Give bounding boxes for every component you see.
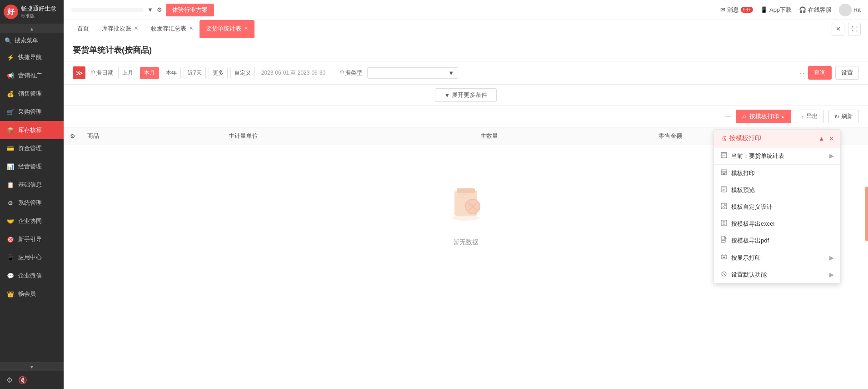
query-button[interactable]: 查询 — [808, 66, 832, 80]
promo-button[interactable]: 体验行业方案 — [166, 4, 214, 16]
tab-collection-summary-close[interactable]: ✕ — [189, 25, 193, 31]
right-scrollbar[interactable] — [865, 187, 868, 241]
expand-more-icon: ▼ — [444, 92, 450, 99]
sidebar-item-marketing[interactable]: 📢 营销推广 — [0, 66, 64, 85]
tab-order-stats[interactable]: 要货单统计表 ✕ — [200, 20, 254, 38]
purchase-icon: 🛒 — [6, 108, 15, 116]
tab-home[interactable]: 首页 — [71, 20, 95, 38]
svg-rect-11 — [722, 169, 726, 173]
dropdown-close-icon[interactable]: ✕ — [829, 135, 834, 142]
tab-close-btn[interactable]: ✕ — [832, 23, 844, 35]
export-button[interactable]: ↑ 导出 — [796, 110, 824, 123]
sidebar-logo: 好 畅捷通好生意 标准版 — [0, 0, 64, 24]
filter-more-icon[interactable]: ··· — [799, 70, 804, 76]
refresh-button[interactable]: ↻ 刷新 — [828, 110, 859, 123]
topbar-gear-icon[interactable]: ⚙ — [157, 6, 162, 13]
membership-icon: 👑 — [6, 290, 15, 298]
dropdown-header: 🖨 按模板打印 ▲ ✕ — [714, 130, 840, 147]
sidebar-scroll-down[interactable]: ▼ — [0, 362, 64, 371]
date-btn-this-month[interactable]: 本月 — [140, 67, 159, 79]
dropdown-item-template-design[interactable]: 模板自定义设计 — [714, 198, 840, 215]
tab-order-stats-close[interactable]: ✕ — [244, 25, 248, 31]
svg-point-0 — [452, 215, 479, 221]
print-dropdown-arrow: ▲ — [781, 114, 785, 119]
voucher-type-select[interactable]: ▼ — [367, 67, 458, 79]
sidebar-item-guide[interactable]: 🎯 新手引导 — [0, 230, 64, 248]
message-item[interactable]: ✉ 消息 99+ — [720, 6, 753, 14]
th-settings[interactable]: ⚙ — [64, 127, 82, 145]
sidebar-item-membership[interactable]: 👑 畅会员 — [0, 285, 64, 303]
date-btn-this-year[interactable]: 本年 — [162, 67, 181, 79]
user-avatar-item[interactable]: Rit — [839, 4, 861, 16]
enterprise-wechat-icon: 💬 — [6, 272, 15, 280]
dropdown-item-current-template[interactable]: 当前：要货单统计表 ▶ — [714, 147, 840, 164]
tab-collection-summary[interactable]: 收发存汇总表 ✕ — [145, 20, 200, 38]
svg-rect-32 — [723, 257, 725, 258]
sound-footer-icon[interactable]: 🔇 — [18, 376, 27, 384]
expand-more-section: ▼ 展开更多条件 — [64, 85, 868, 106]
dropdown-item-template-print[interactable]: 模板打印 — [714, 165, 840, 182]
export-excel-icon — [720, 219, 728, 228]
display-print-icon — [720, 253, 728, 262]
filter-expand-icon[interactable]: ≫ — [73, 66, 85, 79]
svg-point-20 — [724, 205, 726, 206]
svg-rect-6 — [458, 194, 467, 195]
voucher-type-dropdown-arrow: ▼ — [448, 70, 454, 76]
print-icon: 🖨 — [742, 113, 748, 120]
sidebar-item-purchase[interactable]: 🛒 采购管理 — [0, 103, 64, 121]
template-design-icon — [720, 202, 728, 211]
top-bar-left: ▼ ⚙ 体验行业方案 — [71, 4, 214, 16]
app-name-text: 畅捷通好生意 标准版 — [21, 5, 56, 19]
sidebar-item-basic-info[interactable]: 📋 基础信息 — [0, 176, 64, 194]
dropdown-item-export-pdf[interactable]: 按模板导出pdf — [714, 232, 840, 249]
sidebar-item-quick-nav[interactable]: ⚡ 快捷导航 — [0, 48, 64, 66]
settings-footer-icon[interactable]: ⚙ — [6, 376, 13, 384]
dropdown-print-icon: 🖨 — [720, 135, 727, 142]
message-icon: ✉ — [720, 6, 725, 13]
date-btn-7days[interactable]: 近7天 — [184, 67, 206, 79]
date-btn-more[interactable]: 更多 — [209, 67, 228, 79]
sidebar-item-finance[interactable]: 💳 资金管理 — [0, 139, 64, 157]
search-bar[interactable] — [71, 8, 144, 12]
sidebar-item-operations[interactable]: 📊 经营管理 — [0, 157, 64, 176]
dropdown-item-display-print[interactable]: 按显示打印 ▶ — [714, 249, 840, 266]
dropdown-item-set-default[interactable]: 设置默认功能 ▶ — [714, 266, 840, 283]
tab-inventory-batch[interactable]: 库存批次账 ✕ — [95, 20, 145, 38]
sales-icon: 💰 — [6, 90, 15, 98]
sidebar-item-app-center[interactable]: 📱 应用中心 — [0, 248, 64, 267]
refresh-icon: ↻ — [834, 113, 839, 120]
online-service-item[interactable]: 🎧 在线客服 — [799, 6, 832, 14]
print-button[interactable]: 🖨 按模板打印 ▲ — [736, 110, 791, 123]
dropdown-item-template-preview[interactable]: 模板预览 — [714, 182, 840, 198]
sidebar-item-cooperation[interactable]: 🤝 企业协同 — [0, 212, 64, 230]
toolbar-more-icon[interactable]: ··· — [725, 112, 731, 121]
date-btn-last-month[interactable]: 上月 — [118, 67, 137, 79]
sidebar-search[interactable]: 🔍 搜索菜单 — [0, 33, 64, 48]
date-btn-custom[interactable]: 自定义 — [230, 67, 255, 79]
app-download-item[interactable]: 📱 App下载 — [760, 6, 792, 14]
inventory-icon: 📦 — [6, 126, 15, 134]
dropdown-item-export-excel[interactable]: 按模板导出excel — [714, 215, 840, 232]
tab-inventory-batch-close[interactable]: ✕ — [134, 25, 138, 31]
dropdown-arrow-icon[interactable]: ▼ — [147, 6, 153, 13]
user-avatar — [839, 4, 852, 16]
sidebar-item-system[interactable]: ⚙ 系统管理 — [0, 194, 64, 212]
sidebar-item-enterprise-wechat[interactable]: 💬 企业微信 — [0, 267, 64, 285]
filter-bar: ≫ 单据日期 上月 本月 本年 近7天 更多 自定义 2023-06-01 至 … — [64, 61, 868, 85]
finance-icon: 💳 — [6, 144, 15, 152]
tab-maximize-btn[interactable]: ⛶ — [848, 23, 861, 35]
sidebar-item-inventory[interactable]: 📦 库存核算 — [0, 121, 64, 139]
svg-rect-7 — [458, 197, 464, 197]
svg-point-14 — [725, 172, 726, 173]
page-header: 要货单统计表(按商品) — [64, 38, 868, 61]
template-print-icon — [720, 169, 728, 177]
current-template-icon — [720, 152, 728, 160]
main-area: ▼ ⚙ 体验行业方案 ✉ 消息 99+ 📱 App下载 🎧 在线客服 Rit — [64, 0, 868, 389]
page-title: 要货单统计表(按商品) — [73, 45, 859, 56]
expand-more-button[interactable]: ▼ 展开更多条件 — [435, 88, 497, 102]
sidebar-item-sales[interactable]: 💰 销售管理 — [0, 85, 64, 103]
settings-button[interactable]: 设置 — [835, 66, 859, 80]
sidebar-scroll-up[interactable]: ▲ — [0, 24, 64, 33]
date-range-display: 2023-06-01 至 2023-06-30 — [261, 69, 325, 77]
dropdown-close-area[interactable]: ▲ ✕ — [818, 135, 834, 142]
